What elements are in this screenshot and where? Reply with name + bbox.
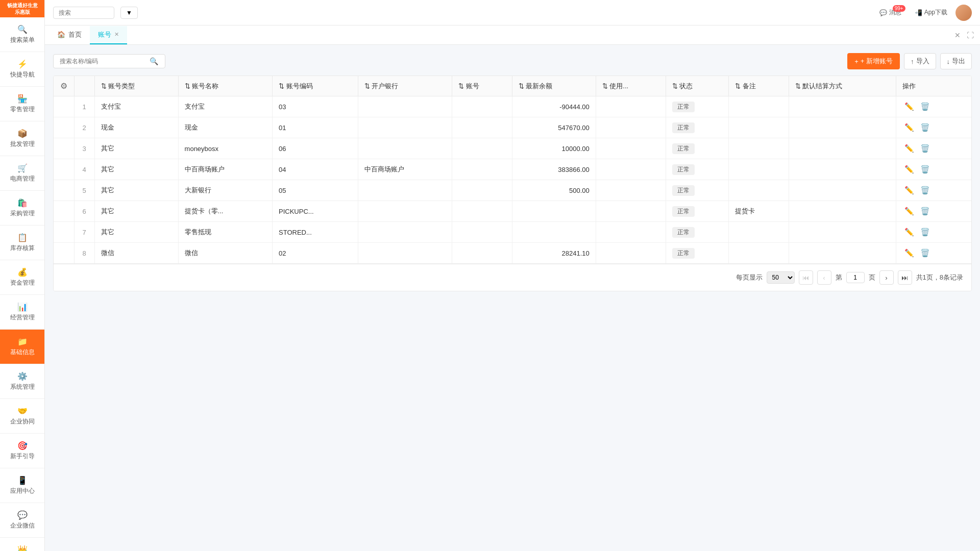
col-usage[interactable]: ⇅ 使用... — [596, 76, 666, 96]
sidebar-item-label: 系统管理 — [2, 383, 42, 391]
sidebar-item-retail[interactable]: 🏪 零售管理 — [0, 87, 44, 121]
edit-button[interactable]: ✏️ — [902, 101, 916, 112]
avatar[interactable] — [955, 5, 972, 21]
cell-bank — [358, 180, 452, 201]
delete-button[interactable]: 🗑️ — [918, 143, 932, 154]
edit-button[interactable]: ✏️ — [902, 143, 916, 154]
cell-index: 1 — [74, 96, 94, 117]
search-icon[interactable]: 🔍 — [150, 57, 158, 65]
tab-close-all-button[interactable]: ✕ — [952, 29, 963, 41]
table-body: 1 支付宝 支付宝 03 -90444.00 正常 ✏️ 🗑️ 2 现金 现金 … — [54, 96, 971, 264]
top-bar-left: ▼ — [53, 7, 138, 19]
table-header: ⚙ ⇅ 账号类型 ⇅ 账号名称 ⇅ 账号编码 — [54, 76, 971, 96]
col-balance[interactable]: ⇅ 最新余额 — [512, 76, 596, 96]
delete-button[interactable]: 🗑️ — [918, 101, 932, 112]
col-account[interactable]: ⇅ 账号 — [452, 76, 512, 96]
accounts-table: ⚙ ⇅ 账号类型 ⇅ 账号名称 ⇅ 账号编码 — [53, 76, 972, 291]
cell-settings — [54, 243, 74, 264]
col-name[interactable]: ⇅ 账号名称 — [178, 76, 272, 96]
dropdown-button[interactable]: ▼ — [120, 7, 138, 19]
tab-close-button[interactable]: ✕ — [114, 31, 119, 38]
sidebar: 畅捷通好生意乐惠版 🔍 搜索菜单 ⚡ 快捷导航 🏪 零售管理 📦 批发管理 🛒 … — [0, 0, 45, 551]
import-button[interactable]: ↑ 导入 — [904, 53, 936, 69]
system-icon: ⚙️ — [2, 371, 42, 381]
sidebar-item-wholesale[interactable]: 📦 批发管理 — [0, 121, 44, 156]
delete-button[interactable]: 🗑️ — [918, 206, 932, 217]
sidebar-item-ecommerce[interactable]: 🛒 电商管理 — [0, 156, 44, 191]
sidebar-item-operations[interactable]: 📊 经营管理 — [0, 295, 44, 330]
page-last-button[interactable]: ⏭ — [898, 270, 912, 285]
page-size-select[interactable]: 50 10 20 100 — [767, 271, 795, 284]
toolbar-right: + + 新增账号 ↑ 导入 ↓ 导出 — [847, 53, 972, 69]
sidebar-item-vip[interactable]: 👑 畅会员 — [0, 538, 44, 551]
tab-accounts[interactable]: 账号 ✕ — [90, 26, 127, 44]
cell-settings — [54, 96, 74, 117]
edit-button[interactable]: ✏️ — [902, 164, 916, 175]
search-menu-icon: 🔍 — [2, 24, 42, 34]
table-row: 6 其它 提货卡（零... PICKUPC... 正常 提货卡 ✏️ 🗑️ — [54, 201, 971, 222]
edit-button[interactable]: ✏️ — [902, 247, 916, 259]
add-account-button[interactable]: + + 新增账号 — [847, 53, 900, 69]
sidebar-item-app-center[interactable]: 📱 应用中心 — [0, 468, 44, 503]
cell-account — [452, 138, 512, 159]
message-button[interactable]: 💬 消息 99+ — [879, 8, 901, 17]
cell-note — [729, 243, 789, 264]
tab-home[interactable]: 🏠 首页 — [49, 26, 90, 44]
cell-settings — [54, 138, 74, 159]
sidebar-item-label: 批发管理 — [2, 140, 42, 148]
sidebar-item-basic-info[interactable]: 📁 基础信息 — [0, 330, 44, 364]
import-icon: ↑ — [911, 58, 914, 65]
delete-button[interactable]: 🗑️ — [918, 227, 932, 238]
page-first-button[interactable]: ⏮ — [799, 270, 813, 285]
edit-button[interactable]: ✏️ — [902, 122, 916, 133]
cell-bank — [358, 117, 452, 138]
cell-account — [452, 243, 512, 264]
sidebar-item-inventory[interactable]: 📋 库存核算 — [0, 226, 44, 260]
sidebar-item-label: 应用中心 — [2, 487, 42, 495]
delete-button[interactable]: 🗑️ — [918, 122, 932, 133]
cell-code: PICKUPC... — [273, 201, 358, 222]
col-status[interactable]: ⇅ 状态 — [666, 76, 729, 96]
search-input[interactable] — [58, 55, 150, 68]
delete-button[interactable]: 🗑️ — [918, 185, 932, 196]
tab-expand-button[interactable]: ⛶ — [965, 29, 976, 41]
sidebar-item-enterprise[interactable]: 🤝 企业协同 — [0, 399, 44, 434]
cell-settle — [789, 159, 896, 180]
export-button[interactable]: ↓ 导出 — [940, 53, 972, 69]
cell-code: 04 — [273, 159, 358, 180]
table-row: 1 支付宝 支付宝 03 -90444.00 正常 ✏️ 🗑️ — [54, 96, 971, 117]
edit-button[interactable]: ✏️ — [902, 206, 916, 217]
cell-index: 3 — [74, 138, 94, 159]
col-note[interactable]: ⇅ 备注 — [729, 76, 789, 96]
cell-settle — [789, 180, 896, 201]
sidebar-item-wechat[interactable]: 💬 企业微信 — [0, 503, 44, 538]
edit-button[interactable]: ✏️ — [902, 227, 916, 238]
tab-accounts-label: 账号 — [98, 30, 111, 39]
sidebar-item-finance[interactable]: 💰 资金管理 — [0, 260, 44, 295]
col-settle[interactable]: ⇅ 默认结算方式 — [789, 76, 896, 96]
export-icon: ↓ — [947, 58, 950, 65]
top-search-input[interactable] — [53, 7, 114, 19]
col-type[interactable]: ⇅ 账号类型 — [94, 76, 178, 96]
sidebar-item-system[interactable]: ⚙️ 系统管理 — [0, 364, 44, 399]
page-next-button[interactable]: › — [879, 270, 894, 285]
total-label: 共1页，8条记录 — [916, 273, 963, 282]
vip-icon: 👑 — [2, 545, 42, 551]
sidebar-item-search-menu[interactable]: 🔍 搜索菜单 — [0, 17, 44, 52]
col-bank[interactable]: ⇅ 开户银行 — [358, 76, 452, 96]
page-input[interactable] — [846, 272, 865, 283]
edit-button[interactable]: ✏️ — [902, 185, 916, 196]
app-download-button[interactable]: 📲 App下载 — [915, 8, 947, 17]
sidebar-item-purchase[interactable]: 🛍️ 采购管理 — [0, 191, 44, 226]
col-settings[interactable]: ⚙ — [54, 76, 74, 96]
delete-button[interactable]: 🗑️ — [918, 164, 932, 175]
sidebar-item-quick-nav[interactable]: ⚡ 快捷导航 — [0, 52, 44, 87]
col-code[interactable]: ⇅ 账号编码 — [273, 76, 358, 96]
cell-settings — [54, 222, 74, 243]
delete-button[interactable]: 🗑️ — [918, 247, 932, 259]
sidebar-item-label: 企业微信 — [2, 521, 42, 530]
cell-settle — [789, 96, 896, 117]
page-prev-button[interactable]: ‹ — [817, 270, 831, 285]
sidebar-item-guide[interactable]: 🎯 新手引导 — [0, 434, 44, 468]
retail-icon: 🏪 — [2, 94, 42, 104]
